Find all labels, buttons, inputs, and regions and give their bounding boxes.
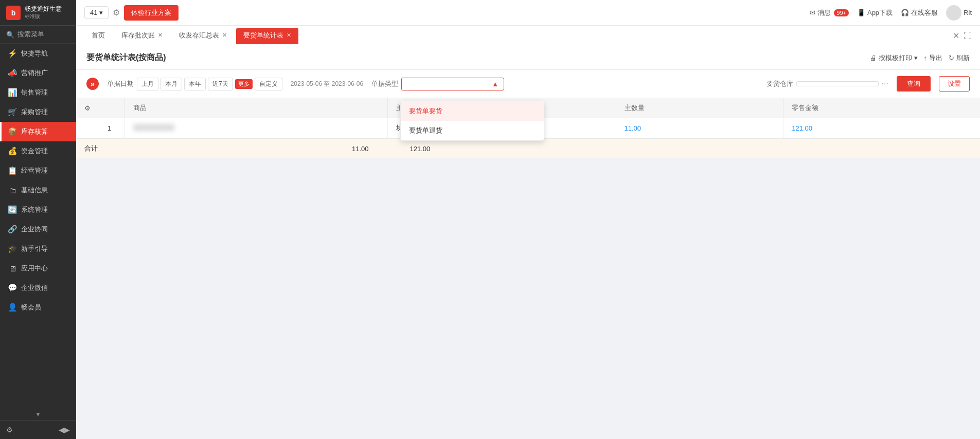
filter-settings-button[interactable]: 设置: [939, 76, 970, 92]
print-dropdown-icon: ▾: [914, 54, 918, 62]
message-icon: ✉: [810, 9, 815, 16]
topbar-left: 41 ▾ ⚙ 体验行业方案: [84, 5, 179, 21]
print-btn[interactable]: 🖨 按模板打印 ▾: [870, 53, 918, 63]
settings-gear-icon[interactable]: ⚙: [113, 8, 120, 17]
phone-icon: 📱: [857, 9, 865, 16]
tab-stock-batch-close[interactable]: ✕: [158, 32, 163, 39]
sidebar-item-label: 营销推广: [21, 68, 48, 78]
print-icon: 🖨: [870, 54, 877, 62]
sidebar-item-label: 系统管理: [21, 205, 48, 214]
trial-button[interactable]: 体验行业方案: [124, 5, 179, 21]
operation-icon: 📋: [8, 166, 17, 175]
tab-collection-summary[interactable]: 收发存汇总表 ✕: [172, 28, 234, 44]
date-label: 单据日期: [107, 79, 134, 88]
refresh-icon: ↻: [949, 54, 954, 62]
page-title: 要货单统计表(按商品): [86, 52, 166, 63]
tab-expand-icon[interactable]: ⛶: [964, 31, 972, 41]
sidebar-item-label: 企业微信: [21, 283, 48, 292]
type-dropdown[interactable]: ▲: [401, 78, 504, 90]
tab-collection-summary-label: 收发存汇总表: [179, 31, 219, 40]
warehouse-input[interactable]: [796, 81, 879, 86]
sidebar-item-label: 快捷导航: [21, 49, 48, 58]
sidebar-item-marketing[interactable]: 📣 营销推广: [0, 63, 76, 83]
date-last-7-days-btn[interactable]: 近7天: [208, 78, 233, 90]
type-label: 单据类型: [371, 79, 398, 88]
avatar: [946, 5, 961, 21]
export-icon: ↑: [924, 54, 928, 62]
col-header-amount: 零售金额: [783, 98, 980, 118]
date-this-year-btn[interactable]: 本年: [184, 78, 206, 90]
app-download-label: App下载: [867, 8, 893, 17]
app-logo-icon: b: [6, 6, 21, 20]
sidebar-item-system[interactable]: 🔄 系统管理: [0, 200, 76, 220]
sidebar-item-basic-info[interactable]: 🗂 基础信息: [0, 180, 76, 200]
filter-expand-btn[interactable]: »: [86, 78, 99, 90]
export-btn[interactable]: ↑ 导出: [924, 53, 943, 63]
sidebar: b 畅捷通好生意 标准版 🔍 搜索菜单 ⚡ 快捷导航 📣 营销推广 📊 销售管理…: [0, 0, 76, 439]
settings-icon[interactable]: ⚙: [6, 426, 13, 434]
table-footer: 合计 11.00 121.00: [76, 138, 980, 158]
date-last-month-btn[interactable]: 上月: [137, 78, 158, 90]
query-button[interactable]: 查询: [897, 76, 931, 92]
dropdown-item-order-return[interactable]: 要货单退货: [401, 121, 544, 140]
sidebar-item-label: 企业协同: [21, 225, 48, 234]
sidebar-item-app-center[interactable]: 🖥 应用中心: [0, 259, 76, 278]
member-icon: 👤: [8, 303, 17, 312]
sidebar-item-label: 应用中心: [21, 264, 48, 273]
col-header-settings: ⚙: [76, 98, 99, 118]
date-more-btn[interactable]: 更多: [235, 79, 253, 89]
sidebar-search[interactable]: 🔍 搜索菜单: [0, 26, 76, 44]
dropdown-item-order-goods[interactable]: 要货单要货: [401, 101, 544, 121]
tab-stock-batch[interactable]: 库存批次账 ✕: [114, 28, 170, 44]
settings-icon[interactable]: ⚙: [84, 104, 91, 112]
sidebar-item-label: 采购管理: [21, 107, 48, 117]
collapse-icon[interactable]: ◀▶: [59, 426, 70, 434]
sidebar-item-label: 新手引导: [21, 244, 48, 253]
app-download-btn[interactable]: 📱 App下载: [857, 8, 893, 17]
sidebar-item-label: 畅会员: [21, 303, 41, 312]
tab-collection-close[interactable]: ✕: [222, 32, 227, 39]
type-chevron-up-icon: ▲: [492, 80, 498, 88]
sidebar-item-quick-nav[interactable]: ⚡ 快捷导航: [0, 44, 76, 63]
sidebar-item-inventory[interactable]: 📦 库存核算: [0, 122, 76, 141]
amount-link[interactable]: 121.00: [792, 124, 812, 132]
tab-home[interactable]: 首页: [84, 28, 112, 44]
sidebar-item-enterprise-coop[interactable]: 🔗 企业协同: [0, 220, 76, 239]
row-qty-cell[interactable]: 11.00: [616, 118, 783, 138]
headset-icon: 🎧: [901, 9, 909, 16]
enterprise-coop-icon: 🔗: [8, 225, 17, 234]
tab-order-stats-close[interactable]: ✕: [287, 32, 291, 39]
sidebar-item-label: 经营管理: [21, 166, 48, 175]
inventory-icon: 📦: [8, 127, 17, 136]
tab-order-stats[interactable]: 要货单统计表 ✕: [236, 28, 298, 44]
sidebar-item-label: 库存核算: [21, 127, 48, 136]
date-shortcuts: 上月 本月 本年 近7天 更多 自定义: [137, 78, 282, 90]
sidebar-item-sales[interactable]: 📊 销售管理: [0, 83, 76, 102]
message-btn[interactable]: ✉ 消息 99+: [810, 8, 849, 17]
sidebar-item-finance[interactable]: 💰 资金管理: [0, 141, 76, 161]
sidebar-item-operation[interactable]: 📋 经营管理: [0, 161, 76, 180]
sidebar-item-beginner[interactable]: 🎓 新手引导: [0, 239, 76, 259]
row-amount-cell[interactable]: 121.00: [783, 118, 980, 138]
sidebar-item-member[interactable]: 👤 畅会员: [0, 298, 76, 317]
store-selector[interactable]: 41 ▾: [84, 6, 109, 19]
filter-more-icon[interactable]: ···: [882, 79, 888, 88]
footer-qty: 11.00: [352, 145, 369, 153]
online-service-btn[interactable]: 🎧 在线客服: [901, 8, 938, 17]
app-sub-title: 标准版: [25, 13, 62, 20]
qty-link[interactable]: 11.00: [625, 124, 642, 132]
warehouse-label: 要货仓库: [767, 79, 793, 88]
date-custom-btn[interactable]: 自定义: [255, 78, 282, 90]
warehouse-filter-group: 要货仓库 ···: [767, 79, 888, 88]
refresh-btn[interactable]: ↻ 刷新: [949, 53, 970, 63]
system-icon: 🔄: [8, 205, 17, 214]
sidebar-item-purchase[interactable]: 🛒 采购管理: [0, 102, 76, 122]
user-avatar-btn[interactable]: Rit: [946, 5, 972, 21]
date-this-month-btn[interactable]: 本月: [161, 78, 182, 90]
purchase-icon: 🛒: [8, 107, 17, 117]
enterprise-wechat-icon: 💬: [8, 283, 17, 292]
tab-close-all-icon[interactable]: ✕: [953, 31, 959, 41]
sidebar-scroll-down[interactable]: ▼: [0, 409, 76, 420]
sidebar-item-enterprise-wechat[interactable]: 💬 企业微信: [0, 278, 76, 298]
type-dropdown-menu: 要货单要货 要货单退货: [400, 101, 544, 141]
